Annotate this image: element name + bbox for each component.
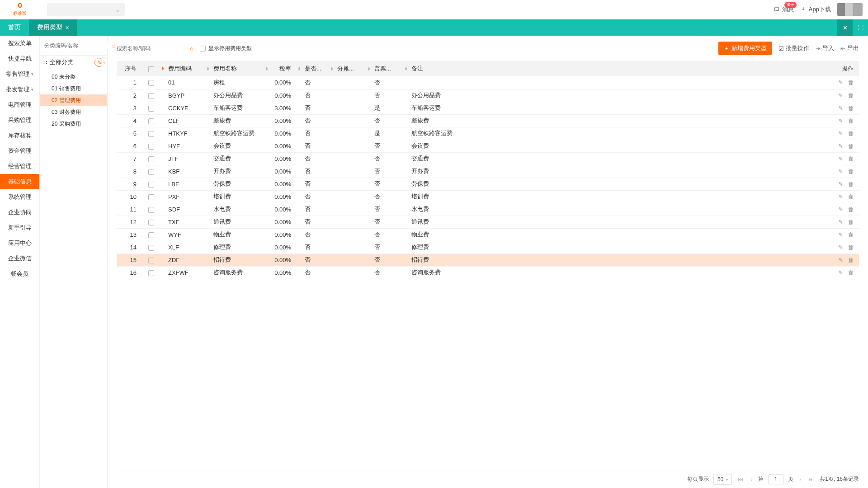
delete-icon[interactable]: 🗑 xyxy=(848,168,854,175)
col-inv[interactable]: ▲▼普票... xyxy=(366,61,403,76)
cell-checkbox[interactable] xyxy=(142,253,160,266)
edit-icon[interactable]: ✎ xyxy=(838,168,843,175)
cell-checkbox[interactable] xyxy=(142,140,160,152)
table-row[interactable]: 2BGYP办公用品费0.00%否否办公用品费✎🗑 xyxy=(117,89,859,102)
close-icon[interactable]: ✕ xyxy=(65,25,69,31)
delete-icon[interactable]: 🗑 xyxy=(848,105,854,112)
delete-icon[interactable]: 🗑 xyxy=(848,117,854,124)
search-icon[interactable]: ⌕ xyxy=(112,42,116,49)
col-seq[interactable]: 序号 xyxy=(117,61,142,76)
sidebar-item[interactable]: 企业协同 xyxy=(0,205,39,220)
category-item[interactable]: 02 管理费用 xyxy=(40,94,107,106)
table-row[interactable]: 13WYF物业费0.00%否否物业费✎🗑 xyxy=(117,228,859,241)
table-row[interactable]: 16ZXFWF咨询服务费0.00%否否咨询服务费✎🗑 xyxy=(117,266,859,279)
cell-checkbox[interactable] xyxy=(142,190,160,203)
edit-icon[interactable]: ✎ xyxy=(838,79,843,86)
sidebar-item[interactable]: 经营管理 xyxy=(0,159,39,174)
col-rate[interactable]: ▲▼税率 xyxy=(264,61,297,76)
table-row[interactable]: 6HYF会议费0.00%否否会议费✎🗑 xyxy=(117,140,859,152)
edit-icon[interactable]: ✎ xyxy=(838,219,843,225)
sidebar-item[interactable]: 零售管理▾ xyxy=(0,66,39,82)
cell-checkbox[interactable] xyxy=(142,127,160,140)
category-all[interactable]: ∷ 全部分类 ✎ xyxy=(40,56,107,69)
batch-action-button[interactable]: ☑ 批量操作 xyxy=(778,44,809,52)
table-row[interactable]: 15ZDF招待费0.00%否否招待费✎🗑 xyxy=(117,253,859,266)
category-collapse-button[interactable]: « xyxy=(101,57,108,67)
table-search-input[interactable] xyxy=(117,45,190,52)
pager-last-button[interactable]: ⏭ xyxy=(807,476,815,483)
cell-checkbox[interactable] xyxy=(142,152,160,165)
table-row[interactable]: 14XLF修理费0.00%否否修理费✎🗑 xyxy=(117,241,859,253)
cell-checkbox[interactable] xyxy=(142,266,160,279)
category-search-input[interactable] xyxy=(44,42,112,49)
edit-icon[interactable]: ✎ xyxy=(838,143,843,150)
table-row[interactable]: 9LBF劳保费0.00%否否劳保费✎🗑 xyxy=(117,178,859,190)
app-download-button[interactable]: App下载 xyxy=(800,5,831,14)
col-code[interactable]: ▲▼费用编码 xyxy=(160,61,205,76)
delete-icon[interactable]: 🗑 xyxy=(848,244,854,251)
add-fee-type-button[interactable]: ＋ 新增费用类型 xyxy=(718,42,772,55)
cell-checkbox[interactable] xyxy=(142,241,160,253)
per-page-select[interactable]: 50 xyxy=(713,474,732,485)
table-row[interactable]: 4CLF差旅费0.00%否否差旅费✎🗑 xyxy=(117,114,859,127)
edit-icon[interactable]: ✎ xyxy=(838,257,843,263)
edit-icon[interactable]: ✎ xyxy=(838,117,843,124)
pager-prev-button[interactable]: ‹ xyxy=(749,476,754,483)
sidebar-item[interactable]: 应用中心 xyxy=(0,235,39,251)
table-row[interactable]: 3CCKYF车船客运费3.00%否是车船客运费✎🗑 xyxy=(117,102,859,114)
cell-checkbox[interactable] xyxy=(142,114,160,127)
cell-checkbox[interactable] xyxy=(142,178,160,190)
col-name[interactable]: ▲▼费用名称 xyxy=(205,61,264,76)
delete-icon[interactable]: 🗑 xyxy=(848,181,854,188)
edit-icon[interactable]: ✎ xyxy=(838,181,843,188)
category-item[interactable]: 00 未分类 xyxy=(40,71,107,83)
edit-icon[interactable]: ✎ xyxy=(838,206,843,213)
pager-next-button[interactable]: › xyxy=(798,476,802,483)
window-close-button[interactable]: ✕ xyxy=(837,19,853,36)
edit-icon[interactable]: ✎ xyxy=(838,92,843,99)
edit-icon[interactable]: ✎ xyxy=(838,105,843,112)
edit-icon[interactable]: ✎ xyxy=(838,231,843,238)
sidebar-item[interactable]: 库存核算 xyxy=(0,128,39,143)
avatar[interactable] xyxy=(837,3,863,16)
sidebar-item[interactable]: 搜索菜单 xyxy=(0,36,39,51)
delete-icon[interactable]: 🗑 xyxy=(848,206,854,213)
cell-checkbox[interactable] xyxy=(142,216,160,228)
cell-checkbox[interactable] xyxy=(142,76,160,89)
sidebar-item[interactable]: 畅会员 xyxy=(0,266,39,282)
table-row[interactable]: 12TXF通讯费0.00%否否通讯费✎🗑 xyxy=(117,216,859,228)
show-disabled-toggle[interactable]: 显示停用费用类型 xyxy=(200,45,252,52)
sidebar-item[interactable]: 批发管理▾ xyxy=(0,82,39,97)
export-button[interactable]: ⇤ 导出 xyxy=(840,44,859,52)
table-row[interactable]: 7JTF交通费0.00%否否交通费✎🗑 xyxy=(117,152,859,165)
cell-checkbox[interactable] xyxy=(142,203,160,216)
col-isx[interactable]: ▲▼是否... xyxy=(297,61,329,76)
cell-checkbox[interactable] xyxy=(142,228,160,241)
edit-icon[interactable]: ✎ xyxy=(838,244,843,251)
search-icon[interactable]: ⌕ xyxy=(190,45,193,52)
delete-icon[interactable]: 🗑 xyxy=(848,269,854,276)
sidebar-item[interactable]: 新手引导 xyxy=(0,220,39,235)
edit-icon[interactable]: ✎ xyxy=(838,193,843,200)
cell-checkbox[interactable] xyxy=(142,165,160,178)
sidebar-item[interactable]: 系统管理 xyxy=(0,189,39,205)
col-checkbox[interactable] xyxy=(142,61,160,76)
delete-icon[interactable]: 🗑 xyxy=(848,219,854,225)
table-row[interactable]: 101房租0.00%否否✎🗑 xyxy=(117,76,859,89)
table-row[interactable]: 5HTKYF航空铁路客运费9.00%否是航空铁路客运费✎🗑 xyxy=(117,127,859,140)
delete-icon[interactable]: 🗑 xyxy=(848,155,854,162)
delete-icon[interactable]: 🗑 xyxy=(848,79,854,86)
pager-page-input[interactable] xyxy=(768,474,783,484)
delete-icon[interactable]: 🗑 xyxy=(848,231,854,238)
table-row[interactable]: 11SDF水电费0.00%否否水电费✎🗑 xyxy=(117,203,859,216)
cell-checkbox[interactable] xyxy=(142,102,160,114)
edit-icon[interactable]: ✎ xyxy=(838,130,843,137)
import-button[interactable]: ⇥ 导入 xyxy=(816,44,834,52)
sidebar-item[interactable]: 基础信息 xyxy=(0,174,39,189)
sidebar-item[interactable]: 电商管理 xyxy=(0,97,39,113)
col-note[interactable]: ▲▼备注 xyxy=(403,61,818,76)
delete-icon[interactable]: 🗑 xyxy=(848,143,854,150)
delete-icon[interactable]: 🗑 xyxy=(848,130,854,137)
tab-fee-type[interactable]: 费用类型 ✕ xyxy=(29,19,77,36)
sidebar-item[interactable]: 快捷导航 xyxy=(0,51,39,66)
